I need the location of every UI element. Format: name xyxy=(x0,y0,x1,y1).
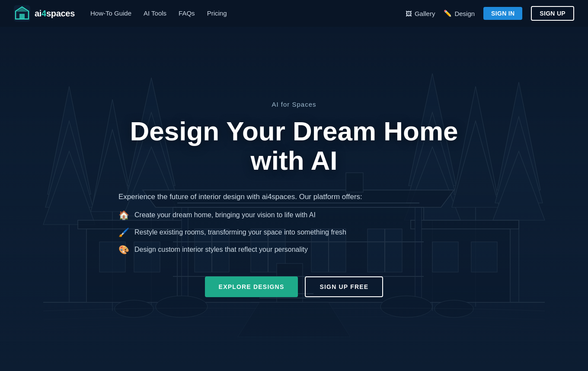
palette-icon: 🎨 xyxy=(118,244,129,255)
logo-link[interactable]: ai4spaces xyxy=(14,5,75,22)
navbar: ai4spaces How-To Guide AI Tools FAQs Pri… xyxy=(0,0,588,27)
gallery-icon: 🖼 xyxy=(406,10,412,17)
explore-designs-button[interactable]: EXPLORE DESIGNS xyxy=(205,276,298,297)
hero-actions: EXPLORE DESIGNS SIGN UP FREE xyxy=(118,276,470,297)
nav-right-links: 🖼 Gallery ✏️ Design xyxy=(406,10,475,17)
nav-link-aitools[interactable]: AI Tools xyxy=(144,10,166,17)
hero-feature-2-text: Restyle existing rooms, transforming you… xyxy=(134,228,346,236)
nav-right: 🖼 Gallery ✏️ Design SIGN IN SIGN UP xyxy=(406,6,574,21)
hero-description: Experience the future of interior design… xyxy=(118,193,421,201)
nav-link-howto[interactable]: How-To Guide xyxy=(90,10,131,17)
hero-feature-2: 🖌️ Restyle existing rooms, transforming … xyxy=(118,227,470,238)
hero-feature-1-text: Create your dream home, bringing your vi… xyxy=(134,211,316,219)
hero-features-list: 🏠 Create your dream home, bringing your … xyxy=(118,210,470,255)
logo-text: ai4spaces xyxy=(35,9,75,19)
hero-section: AI for Spaces Design Your Dream Home wit… xyxy=(0,0,588,371)
nav-links: How-To Guide AI Tools FAQs Pricing xyxy=(90,10,227,17)
design-icon: ✏️ xyxy=(444,10,452,17)
signin-button[interactable]: SIGN IN xyxy=(483,7,522,20)
design-label: Design xyxy=(454,10,475,17)
logo-icon xyxy=(14,5,30,22)
house-icon: 🏠 xyxy=(118,210,129,220)
hero-feature-3-text: Design custom interior styles that refle… xyxy=(134,246,308,254)
hero-title: Design Your Dream Home with AI xyxy=(118,117,470,175)
hero-content: AI for Spaces Design Your Dream Home wit… xyxy=(108,74,480,297)
paintbrush-icon: 🖌️ xyxy=(118,227,129,238)
signup-button[interactable]: SIGN UP xyxy=(531,6,574,21)
nav-gallery-link[interactable]: 🖼 Gallery xyxy=(406,10,435,17)
gallery-label: Gallery xyxy=(415,10,435,17)
nav-link-pricing[interactable]: Pricing xyxy=(207,10,227,17)
nav-link-faqs[interactable]: FAQs xyxy=(179,10,195,17)
svg-rect-2 xyxy=(19,14,25,19)
hero-feature-3: 🎨 Design custom interior styles that ref… xyxy=(118,244,470,255)
nav-left: ai4spaces How-To Guide AI Tools FAQs Pri… xyxy=(14,5,227,22)
hero-eyebrow: AI for Spaces xyxy=(118,101,470,108)
nav-design-link[interactable]: ✏️ Design xyxy=(444,10,475,17)
hero-feature-1: 🏠 Create your dream home, bringing your … xyxy=(118,210,470,220)
signup-free-button[interactable]: SIGN UP FREE xyxy=(305,276,383,297)
